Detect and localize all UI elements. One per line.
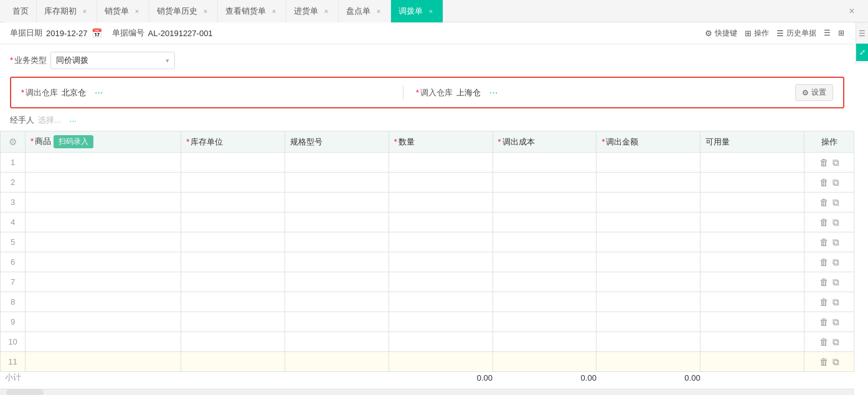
- out-warehouse-dots-button[interactable]: ···: [95, 87, 103, 98]
- tab-sales-history[interactable]: 销货单历史 ×: [149, 0, 218, 22]
- tab-close-purchase-order[interactable]: ×: [322, 7, 331, 16]
- copy-row-button[interactable]: ⧉: [833, 297, 839, 308]
- cell-amount-10[interactable]: [597, 332, 701, 352]
- layout-button-grid[interactable]: ⊞: [838, 29, 844, 37]
- cell-unit-10[interactable]: [181, 332, 285, 352]
- cell-unit-7[interactable]: [181, 272, 285, 292]
- cell-spec-11[interactable]: [285, 352, 389, 372]
- cell-quantity-1[interactable]: [389, 153, 493, 173]
- cell-product-10[interactable]: [26, 332, 181, 352]
- cell-quantity-2[interactable]: [389, 173, 493, 193]
- copy-row-button[interactable]: ⧉: [833, 257, 839, 268]
- cell-available-9[interactable]: [701, 312, 804, 332]
- cell-quantity-3[interactable]: [389, 193, 493, 212]
- cell-product-3[interactable]: [26, 193, 181, 212]
- copy-row-button[interactable]: ⧉: [833, 197, 839, 208]
- cell-cost-4[interactable]: [493, 212, 597, 232]
- tab-purchase-order[interactable]: 进货单 ×: [286, 0, 339, 22]
- delete-row-button[interactable]: 🗑: [819, 197, 829, 207]
- horizontal-scrollbar[interactable]: [0, 389, 854, 395]
- cell-spec-3[interactable]: [285, 193, 389, 212]
- cell-quantity-11[interactable]: [389, 352, 493, 372]
- history-button[interactable]: ☰ 历史单据: [776, 28, 816, 39]
- delete-row-button[interactable]: 🗑: [819, 237, 829, 247]
- cell-amount-8[interactable]: [597, 292, 701, 312]
- tab-close-view-sales[interactable]: ×: [270, 7, 278, 16]
- cell-product-11[interactable]: [26, 352, 181, 372]
- cell-available-7[interactable]: [701, 272, 804, 292]
- cell-cost-9[interactable]: [493, 312, 597, 332]
- tab-close-inventory-init[interactable]: ×: [80, 7, 89, 16]
- tab-sales-order[interactable]: 销货单 ×: [97, 0, 149, 22]
- copy-row-button[interactable]: ⧉: [833, 277, 839, 288]
- in-warehouse-dots-button[interactable]: ···: [489, 87, 498, 98]
- cell-spec-5[interactable]: [285, 232, 389, 252]
- cell-cost-8[interactable]: [493, 292, 597, 312]
- copy-row-button[interactable]: ⧉: [833, 237, 839, 248]
- cell-cost-5[interactable]: [493, 232, 597, 252]
- tab-close-inventory-check[interactable]: ×: [374, 7, 383, 16]
- cell-product-9[interactable]: [26, 312, 181, 332]
- cell-available-5[interactable]: [701, 232, 804, 252]
- cell-cost-11[interactable]: [493, 352, 597, 372]
- cell-cost-3[interactable]: [493, 193, 597, 212]
- cell-amount-7[interactable]: [597, 272, 701, 292]
- cell-cost-10[interactable]: [493, 332, 597, 352]
- cell-amount-11[interactable]: [597, 352, 701, 372]
- tab-inventory-check[interactable]: 盘点单 ×: [339, 0, 391, 22]
- cell-quantity-9[interactable]: [389, 312, 493, 332]
- cell-cost-2[interactable]: [493, 173, 597, 193]
- copy-row-button[interactable]: ⧉: [833, 217, 839, 228]
- cell-available-11[interactable]: [701, 352, 804, 372]
- handler-dots-button[interactable]: ···: [70, 116, 77, 125]
- copy-row-button[interactable]: ⧉: [833, 336, 839, 348]
- cell-amount-3[interactable]: [597, 193, 701, 212]
- delete-row-button[interactable]: 🗑: [819, 177, 829, 188]
- business-type-input[interactable]: 同价调拨 ▾: [50, 52, 175, 69]
- settings-button[interactable]: ⚙ 设置: [795, 84, 833, 101]
- cell-spec-10[interactable]: [285, 332, 389, 352]
- cell-unit-2[interactable]: [181, 173, 285, 193]
- handler-input[interactable]: 选择...: [38, 115, 61, 126]
- cell-spec-2[interactable]: [285, 173, 389, 193]
- layout-button-list[interactable]: ☰: [824, 29, 831, 37]
- delete-row-button[interactable]: 🗑: [819, 217, 829, 227]
- cell-spec-9[interactable]: [285, 312, 389, 332]
- window-close-button[interactable]: ×: [841, 0, 863, 22]
- cell-product-8[interactable]: [26, 292, 181, 312]
- cell-unit-9[interactable]: [181, 312, 285, 332]
- cell-cost-7[interactable]: [493, 272, 597, 292]
- tab-inventory-init[interactable]: 库存期初 ×: [37, 0, 97, 22]
- cell-available-10[interactable]: [701, 332, 804, 352]
- cell-unit-3[interactable]: [181, 193, 285, 212]
- cell-cost-1[interactable]: [493, 153, 597, 173]
- cell-unit-4[interactable]: [181, 212, 285, 232]
- cell-amount-5[interactable]: [597, 232, 701, 252]
- operation-button[interactable]: ⊞ 操作: [745, 28, 769, 39]
- tab-close-transfer-order[interactable]: ×: [427, 7, 435, 16]
- cell-spec-1[interactable]: [285, 153, 389, 173]
- cell-available-4[interactable]: [701, 212, 804, 232]
- cell-quantity-7[interactable]: [389, 272, 493, 292]
- cell-product-5[interactable]: [26, 232, 181, 252]
- copy-row-button[interactable]: ⧉: [833, 177, 839, 188]
- cell-unit-6[interactable]: [181, 252, 285, 272]
- cell-unit-5[interactable]: [181, 232, 285, 252]
- cell-available-1[interactable]: [701, 153, 804, 173]
- delete-row-button[interactable]: 🗑: [819, 157, 829, 168]
- cell-unit-11[interactable]: [181, 352, 285, 372]
- cell-spec-7[interactable]: [285, 272, 389, 292]
- cell-product-2[interactable]: [26, 173, 181, 193]
- copy-row-button[interactable]: ⧉: [833, 316, 839, 328]
- cell-available-2[interactable]: [701, 173, 804, 193]
- copy-row-button[interactable]: ⧉: [833, 157, 839, 168]
- cell-available-8[interactable]: [701, 292, 804, 312]
- cell-amount-1[interactable]: [597, 153, 701, 173]
- cell-quantity-4[interactable]: [389, 212, 493, 232]
- cell-amount-6[interactable]: [597, 252, 701, 272]
- delete-row-button[interactable]: 🗑: [819, 257, 829, 267]
- cell-available-6[interactable]: [701, 252, 804, 272]
- cell-available-3[interactable]: [701, 193, 804, 212]
- delete-row-button[interactable]: 🗑: [819, 297, 829, 307]
- cell-quantity-8[interactable]: [389, 292, 493, 312]
